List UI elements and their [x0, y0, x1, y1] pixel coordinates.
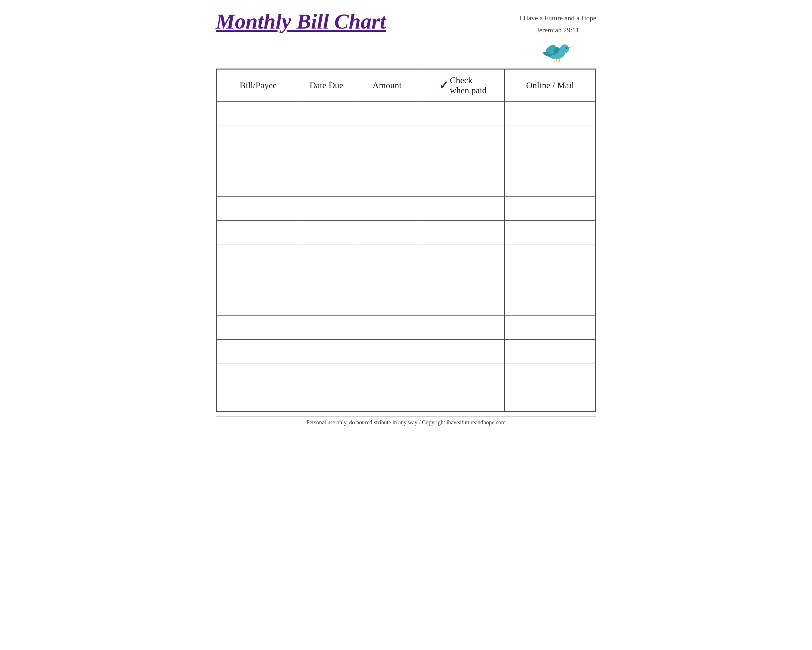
svg-line-13 [559, 61, 560, 62]
svg-line-10 [554, 61, 556, 61]
table-cell [217, 197, 300, 220]
table-cell [505, 197, 596, 220]
table-cell [505, 340, 596, 363]
bill-chart-table-wrapper: Bill/Payee Date Due Amount ✓ Check w [216, 69, 596, 411]
col-header-bill-payee: Bill/Payee [217, 69, 300, 102]
table-cell [421, 220, 505, 245]
bill-chart-table: Bill/Payee Date Due Amount ✓ Check w [216, 69, 596, 411]
table-cell [217, 125, 300, 149]
page-title: Monthly Bill Chart [216, 9, 519, 33]
table-body [217, 102, 596, 411]
table-cell [300, 268, 353, 292]
table-row [217, 363, 596, 387]
svg-marker-4 [569, 46, 573, 48]
col-header-online-mail: Online / Mail [505, 69, 596, 102]
table-cell [300, 220, 353, 245]
table-cell [217, 220, 300, 245]
table-cell [217, 149, 300, 173]
table-cell [505, 268, 596, 292]
table-cell [353, 102, 421, 125]
table-row [217, 268, 596, 292]
table-cell [505, 387, 596, 411]
table-cell [353, 316, 421, 340]
table-cell [353, 268, 421, 292]
table-cell [300, 102, 353, 125]
table-cell [505, 102, 596, 125]
table-cell [300, 316, 353, 340]
footer-text: Personal use only, do not redistribute i… [216, 416, 596, 428]
table-cell [300, 173, 353, 197]
svg-point-1 [560, 44, 569, 54]
table-row [217, 102, 596, 125]
table-cell [505, 363, 596, 387]
branding-section: I Have a Future and a Hope Jeremiah 29:1… [519, 9, 596, 62]
table-row [217, 197, 596, 220]
table-row [217, 220, 596, 245]
table-cell [421, 316, 505, 340]
table-cell [421, 149, 505, 173]
col-header-date-due: Date Due [300, 69, 353, 102]
table-cell [421, 292, 505, 316]
table-cell [421, 245, 505, 268]
table-cell [300, 125, 353, 149]
table-row [217, 387, 596, 411]
table-cell [421, 173, 505, 197]
table-cell [217, 102, 300, 125]
table-cell [217, 292, 300, 316]
table-cell [217, 363, 300, 387]
table-cell [353, 197, 421, 220]
table-cell [217, 316, 300, 340]
table-cell [421, 125, 505, 149]
table-cell [421, 102, 505, 125]
table-row [217, 292, 596, 316]
table-cell [353, 292, 421, 316]
table-cell [505, 149, 596, 173]
table-cell [353, 173, 421, 197]
table-cell [353, 149, 421, 173]
table-cell [217, 268, 300, 292]
col-header-check-when-paid: ✓ Check when paid [421, 69, 505, 102]
table-cell [300, 387, 353, 411]
table-cell [217, 340, 300, 363]
table-cell [421, 268, 505, 292]
table-row [217, 173, 596, 197]
bird-illustration [539, 37, 577, 62]
branding-line2: Jeremiah 29:11 [536, 25, 579, 35]
table-cell [505, 316, 596, 340]
table-cell [353, 125, 421, 149]
page-header: Monthly Bill Chart I Have a Future and a… [216, 9, 596, 62]
branding-line1: I Have a Future and a Hope [519, 13, 596, 23]
svg-line-9 [559, 58, 560, 61]
table-header-row: Bill/Payee Date Due Amount ✓ Check w [217, 69, 596, 102]
title-section: Monthly Bill Chart [216, 9, 519, 33]
table-cell [505, 220, 596, 245]
table-cell [300, 340, 353, 363]
table-cell [505, 173, 596, 197]
table-cell [300, 363, 353, 387]
svg-point-3 [566, 47, 567, 47]
check-header-content: ✓ Check when paid [427, 75, 498, 96]
table-cell [217, 387, 300, 411]
col-header-amount: Amount [353, 69, 421, 102]
check-text: Check when paid [450, 75, 487, 96]
table-cell [353, 245, 421, 268]
svg-point-2 [566, 47, 568, 49]
table-row [217, 125, 596, 149]
table-cell [300, 197, 353, 220]
table-cell [300, 292, 353, 316]
table-row [217, 316, 596, 340]
svg-line-11 [556, 61, 556, 62]
table-cell [505, 245, 596, 268]
table-cell [353, 363, 421, 387]
table-cell [353, 387, 421, 411]
table-cell [505, 292, 596, 316]
table-cell [421, 363, 505, 387]
svg-line-12 [558, 61, 559, 61]
table-cell [217, 245, 300, 268]
table-cell [353, 340, 421, 363]
table-cell [421, 340, 505, 363]
checkmark-icon: ✓ [439, 80, 449, 91]
table-cell [421, 197, 505, 220]
table-row [217, 149, 596, 173]
table-row [217, 245, 596, 268]
